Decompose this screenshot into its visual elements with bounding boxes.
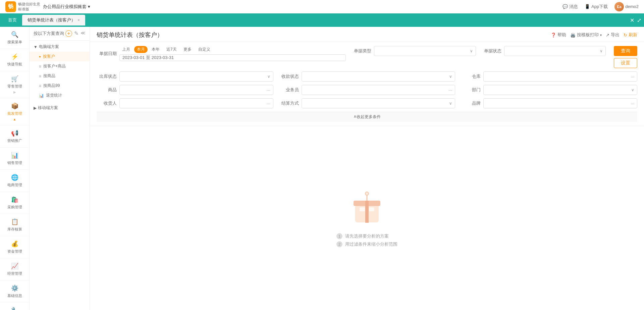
edit-scheme-icon[interactable]: ✎ <box>74 30 78 37</box>
date-btn-group: 上月 本月 本年 近7天 更多 自定义 <box>119 46 346 53</box>
export-button[interactable]: ↗ 导出 <box>606 32 620 38</box>
tab-sales-stats[interactable]: 销货单统计表（按客户） × <box>22 15 85 25</box>
goods-input[interactable]: ··· <box>119 85 273 95</box>
tab-close-icon[interactable]: × <box>77 18 80 22</box>
query-button[interactable]: 查询 <box>614 46 637 56</box>
recipient-label: 收货人 <box>97 100 117 106</box>
warehouse-filter: 仓库 ··· <box>461 71 637 82</box>
recv-status-label: 收款状态 <box>279 73 299 80</box>
recv-status-select[interactable]: ∨ <box>302 71 455 82</box>
sidebar-item-wholesale[interactable]: 📦 批发管理 ▲ <box>0 98 29 125</box>
out-status-label: 出库状态 <box>97 73 117 80</box>
print-icon: 🖨️ <box>570 33 576 38</box>
date-btn-last-month[interactable]: 上月 <box>119 46 133 53</box>
empty-svg <box>347 189 387 229</box>
sidebar-item-quick-nav[interactable]: ⚡ 快捷导航 <box>0 49 29 71</box>
operation-icon: 📈 <box>11 262 18 270</box>
out-status-arrow: ∨ <box>267 74 270 79</box>
step-1-number: 1 <box>336 233 342 239</box>
recipient-input[interactable]: ··· <box>119 98 273 108</box>
out-status-select[interactable]: ∨ <box>119 71 273 82</box>
sidebar-item-retail[interactable]: 🛒 零售管理 ▶ <box>0 71 29 98</box>
sidebar-item-sales[interactable]: 📊 销售管理 <box>0 148 29 170</box>
brand-input[interactable]: ··· <box>483 98 637 108</box>
marketing-icon: 📢 <box>11 130 18 137</box>
system-icon: 🔧 <box>11 307 18 310</box>
finance-icon: 💰 <box>11 240 18 248</box>
maximize-window-icon[interactable]: ⤢ <box>637 17 641 23</box>
sidebar-item-basic[interactable]: ⚙️ 基础信息 <box>0 280 29 303</box>
chevron-right-icon: ▶ <box>13 90 16 94</box>
sidebar-item-system[interactable]: 🔧 系统管理 <box>0 303 29 310</box>
sidebar-item-purchase[interactable]: 🛍️ 采购管理 <box>0 192 29 214</box>
type-label: 单据类型 <box>351 48 371 54</box>
print-button[interactable]: 🖨️ 按模板打印 ▾ <box>570 32 602 38</box>
out-status-filter: 出库状态 ∨ <box>97 71 273 82</box>
svg-point-6 <box>365 192 369 195</box>
message-button[interactable]: 💬 消息 <box>562 4 578 10</box>
brand-dots-icon: ··· <box>631 101 634 106</box>
sidebar-item-ecommerce[interactable]: 🌐 电商管理 <box>0 170 29 192</box>
filter-row-1: 单据日期 上月 本月 本年 近7天 更多 自定义 2023-03-01 至 20… <box>97 46 637 68</box>
goods-dots-icon: ··· <box>267 88 270 93</box>
recipient-dots-icon: ··· <box>267 101 270 106</box>
date-btn-this-year[interactable]: 本年 <box>149 46 162 53</box>
left-panel: 按以下方案查询 + ✎ ≪ ▼ 电脑端方案 ● 按客户 ≡ 按客户+商品 ≡ <box>30 27 90 310</box>
brand-label: 品牌 <box>461 100 481 106</box>
sidebar-item-inventory[interactable]: 📋 库存核算 <box>0 214 29 236</box>
scheme-group-desktop: ▼ 电脑端方案 ● 按客户 ≡ 按客户+商品 ≡ 按商品 ≡ 按商品99 📊 退… <box>30 41 90 102</box>
scheme-item-by-customer[interactable]: ● 按客户 <box>30 52 90 61</box>
scheme-icon-4: 📊 <box>39 93 44 98</box>
settlement-label: 结算方式 <box>279 100 299 106</box>
salesperson-label: 业务员 <box>279 87 299 93</box>
sidebar-item-operation[interactable]: 📈 经营管理 <box>0 258 29 280</box>
scheme-item-by-goods[interactable]: ≡ 按商品 <box>30 71 90 81</box>
industry-select[interactable]: 办公用品行业模拟账套 ▾ <box>43 4 90 10</box>
add-scheme-icon[interactable]: + <box>65 30 72 37</box>
salesperson-dots-icon: ··· <box>449 88 452 93</box>
page-actions: ❓ 帮助 🖨️ 按模板打印 ▾ ↗ 导出 ↻ 刷新 <box>551 32 637 38</box>
date-btn-custom[interactable]: 自定义 <box>196 46 213 53</box>
app-download-button[interactable]: 📱 App下载 <box>585 4 608 10</box>
empty-step-1: 1 请先选择要分析的方案 <box>336 233 389 239</box>
goods-filter: 商品 ··· <box>97 85 273 95</box>
status-filter: 单据状态 ∨ <box>481 46 606 56</box>
close-window-icon[interactable]: ✕ <box>630 17 634 23</box>
dept-select[interactable]: ∨ <box>483 85 637 95</box>
date-range-input[interactable]: 2023-03-01 至 2023-03-31 <box>119 54 346 61</box>
dept-filter: 部门 ∨ <box>461 85 637 95</box>
salesperson-input[interactable]: ··· <box>302 85 455 95</box>
scheme-item-return-stats[interactable]: 📊 退货统计 <box>30 91 90 100</box>
tab-home[interactable]: 首页 <box>3 15 22 25</box>
top-bar-left: 畅 畅捷信好生意 标准版 办公用品行业模拟账套 ▾ <box>5 1 90 12</box>
settlement-select[interactable]: ∨ <box>302 98 455 108</box>
page-header: 销货单统计表（按客户） ❓ 帮助 🖨️ 按模板打印 ▾ ↗ 导出 ↻ 刷新 <box>90 27 644 42</box>
refresh-button[interactable]: ↻ 刷新 <box>624 32 637 38</box>
sidebar-item-search-menu[interactable]: 🔍 搜索菜单 <box>0 27 29 49</box>
warehouse-dots-icon: ··· <box>631 74 634 79</box>
type-filter: 单据类型 ∨ <box>351 46 476 56</box>
retail-icon: 🛒 <box>11 75 18 83</box>
settings-button[interactable]: 设置 <box>614 58 637 68</box>
empty-state: 1 请先选择要分析的方案 2 用过滤条件来缩小分析范围 <box>90 126 644 310</box>
status-label: 单据状态 <box>481 48 501 54</box>
help-button[interactable]: ❓ 帮助 <box>551 32 566 38</box>
sidebar-item-finance[interactable]: 💰 资金管理 <box>0 236 29 258</box>
collapse-row[interactable]: ∧ 收起更多条件 <box>97 112 637 122</box>
date-btn-this-month[interactable]: 本月 <box>134 46 148 53</box>
logo-area: 畅 畅捷信好生意 标准版 <box>5 1 40 12</box>
status-select[interactable]: ∨ <box>504 46 606 56</box>
sidebar-item-marketing[interactable]: 📢 营销推广 <box>0 125 29 148</box>
refresh-icon: ↻ <box>624 33 627 38</box>
collapse-panel-icon[interactable]: ≪ <box>80 30 86 37</box>
date-btn-7days[interactable]: 近7天 <box>164 46 179 53</box>
scheme-item-by-customer-goods[interactable]: ≡ 按客户+商品 <box>30 61 90 71</box>
type-select[interactable]: ∨ <box>374 46 476 56</box>
desktop-group-title[interactable]: ▼ 电脑端方案 <box>30 42 90 52</box>
user-profile[interactable]: Ea demo2 <box>614 2 639 11</box>
mobile-group-title[interactable]: ▶ 移动端方案 <box>30 103 90 113</box>
date-btn-more[interactable]: 更多 <box>181 46 194 53</box>
scheme-item-by-goods-99[interactable]: ≡ 按商品99 <box>30 81 90 91</box>
warehouse-input[interactable]: ··· <box>483 71 637 82</box>
recv-status-arrow: ∨ <box>449 74 452 79</box>
